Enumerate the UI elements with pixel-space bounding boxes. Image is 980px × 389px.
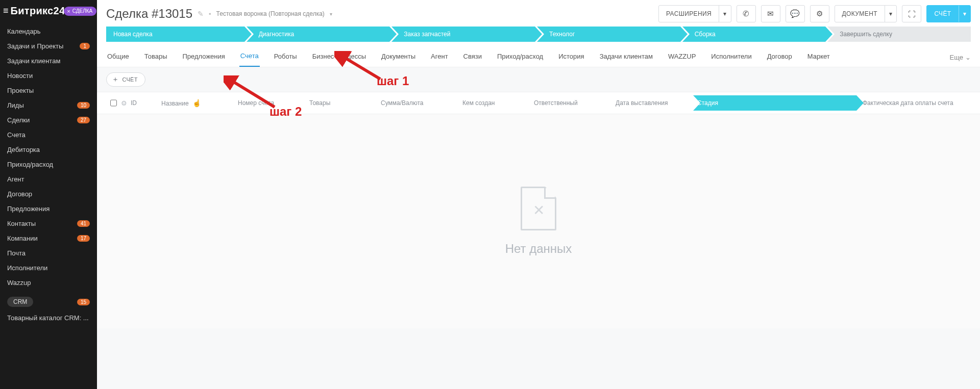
pipeline-stage[interactable]: Завершить сделку xyxy=(827,27,971,42)
tabs-more[interactable]: Еще ⌄ xyxy=(950,54,971,61)
extensions-button[interactable]: РАСШИРЕНИЯ ▾ xyxy=(658,5,731,22)
tab[interactable]: Агент xyxy=(430,48,449,66)
tab[interactable]: Задачи клиентам xyxy=(599,48,654,66)
edit-title-icon[interactable]: ✎ xyxy=(198,10,204,18)
tab[interactable]: Исполнители xyxy=(710,48,752,66)
tab[interactable]: Бизнес-процессы xyxy=(311,48,367,66)
col-created-by[interactable]: Кем создан xyxy=(458,96,530,110)
sidebar-item[interactable]: Приход/расход xyxy=(0,157,97,172)
col-sum[interactable]: Сумма/Валюта xyxy=(377,96,458,110)
select-all-checkbox[interactable] xyxy=(110,99,117,107)
tab[interactable]: Приход/расход xyxy=(496,48,544,66)
col-stage[interactable]: Стадия xyxy=(693,95,856,111)
sidebar-item[interactable]: Компании17 xyxy=(0,231,97,246)
sidebar-badge: 1 xyxy=(80,43,90,49)
pipeline-stage[interactable]: Новая сделка xyxy=(106,27,244,42)
plus-icon: ＋ xyxy=(112,75,119,84)
extensions-button-label: РАСШИРЕНИЯ xyxy=(659,6,719,22)
col-id[interactable]: ID xyxy=(127,96,157,110)
sidebar-item-label: Задачи и Проекты xyxy=(7,42,63,50)
tab[interactable]: Счета xyxy=(239,48,260,67)
sidebar-item[interactable]: Почта xyxy=(0,246,97,261)
tab[interactable]: WAZZUP xyxy=(667,48,697,66)
tab[interactable]: Товары xyxy=(143,48,168,66)
col-name-label: Название xyxy=(161,100,189,107)
main-panel: Сделка #13015 ✎ • Тестовая воронка (Повт… xyxy=(97,0,980,389)
tab[interactable]: Маркет xyxy=(806,48,831,66)
add-invoice-button[interactable]: ＋ СЧЁТ xyxy=(106,72,145,87)
sidebar-item[interactable]: Сделки27 xyxy=(0,113,97,127)
col-paid-date[interactable]: Фактическая дата оплаты счета xyxy=(859,96,971,110)
chevron-down-icon[interactable]: ▾ xyxy=(330,11,332,17)
pipeline-stage[interactable]: Сборка xyxy=(682,27,826,42)
sidebar-item-label: Предложения xyxy=(7,205,50,213)
sidebar-item-label: Wazzup xyxy=(7,279,31,287)
tab[interactable]: Предложения xyxy=(181,48,226,66)
pipeline-stage[interactable]: Заказ запчастей xyxy=(391,27,535,42)
sidebar-item[interactable]: Агент xyxy=(0,172,97,187)
sidebar-item[interactable]: Исполнители xyxy=(0,261,97,275)
tab[interactable]: Связи xyxy=(462,48,483,66)
sidebar-item-crm[interactable]: CRM 15 xyxy=(0,293,97,310)
sidebar-item[interactable]: Календарь xyxy=(0,24,97,39)
col-responsible[interactable]: Ответственный xyxy=(530,96,611,110)
col-name[interactable]: Название ☝ xyxy=(157,96,234,110)
document-button[interactable]: ДОКУМЕНТ ▾ xyxy=(835,5,897,22)
tab[interactable]: Договор xyxy=(766,48,793,66)
sidebar-item[interactable]: Дебиторка xyxy=(0,142,97,157)
grid-toolbar: ＋ СЧЁТ xyxy=(97,67,980,92)
breadcrumb-separator: • xyxy=(209,10,211,18)
chevron-down-icon: ⌄ xyxy=(965,54,971,61)
gear-icon[interactable]: ⚙ xyxy=(810,5,829,22)
pipeline-stage[interactable]: Диагностика xyxy=(247,27,390,42)
deal-pill-label: СДЕЛКА xyxy=(72,8,93,14)
tab[interactable]: Роботы xyxy=(273,48,298,66)
sidebar-item[interactable]: Задачи и Проекты1 xyxy=(0,39,97,54)
sidebar-item[interactable]: Wazzup xyxy=(0,275,97,290)
mail-icon[interactable]: ✉ xyxy=(761,5,780,22)
tab[interactable]: История xyxy=(557,48,585,66)
invoice-table-header: ⚙ ID Название ☝ Номер счёта Товары Сумма… xyxy=(97,92,980,114)
sidebar-item-label: Лиды xyxy=(7,101,24,109)
header: Сделка #13015 ✎ • Тестовая воронка (Повт… xyxy=(97,0,980,24)
close-icon[interactable]: × xyxy=(67,8,70,14)
tab[interactable]: Документы xyxy=(380,48,416,66)
hamburger-icon[interactable]: ≡ xyxy=(3,6,9,16)
tabs-more-label: Еще xyxy=(950,54,963,61)
sidebar-item-label: Компании xyxy=(7,235,38,242)
fullscreen-icon[interactable]: ⛶ xyxy=(902,5,921,22)
sidebar-item[interactable]: Задачи клиентам xyxy=(0,54,97,68)
sidebar-item-catalog[interactable]: Товарный каталог CRM: ... xyxy=(0,310,97,325)
sidebar-item[interactable]: Предложения xyxy=(0,201,97,216)
chat-icon[interactable]: 💬 xyxy=(786,5,805,22)
chevron-down-icon[interactable]: ▾ xyxy=(959,6,970,22)
crm-chip: CRM xyxy=(7,297,33,307)
sidebar-item[interactable]: Новости xyxy=(0,68,97,83)
pipeline-stages: Новая сделкаДиагностикаЗаказ запчастейТе… xyxy=(97,24,980,42)
invoice-button[interactable]: СЧЁТ ▾ xyxy=(926,5,971,22)
page-title: Сделка #13015 xyxy=(106,7,192,21)
document-button-label: ДОКУМЕНТ xyxy=(835,6,885,22)
sidebar-item[interactable]: Проекты xyxy=(0,83,97,98)
sidebar-item[interactable]: Счета xyxy=(0,127,97,142)
detail-tabs: ОбщиеТоварыПредложенияСчетаРоботыБизнес-… xyxy=(97,42,980,67)
sidebar-item-label: Почта xyxy=(7,249,26,257)
col-goods[interactable]: Товары xyxy=(305,96,377,110)
pipeline-stage[interactable]: Технолог xyxy=(537,27,680,42)
chevron-down-icon[interactable]: ▾ xyxy=(719,6,730,22)
breadcrumb[interactable]: Тестовая воронка (Повторная сделка) xyxy=(216,10,325,17)
invoice-button-label: СЧЁТ xyxy=(927,6,958,22)
phone-icon[interactable]: ✆ xyxy=(737,5,756,22)
tab[interactable]: Общие xyxy=(106,48,130,66)
chevron-down-icon[interactable]: ▾ xyxy=(885,6,896,22)
sidebar-item-label: Товарный каталог CRM: ... xyxy=(7,314,89,322)
empty-doc-icon: ✕ xyxy=(521,187,556,230)
sidebar-item-label: Проекты xyxy=(7,87,34,94)
sidebar-item-label: Агент xyxy=(7,175,24,183)
col-issue-date[interactable]: Дата выставления xyxy=(611,96,693,110)
sidebar-item[interactable]: Лиды10 xyxy=(0,98,97,113)
deal-context-pill[interactable]: × СДЕЛКА xyxy=(64,7,96,16)
sidebar-item[interactable]: Договор xyxy=(0,187,97,201)
sidebar-item[interactable]: Контакты41 xyxy=(0,216,97,231)
add-invoice-label: СЧЁТ xyxy=(122,76,138,83)
